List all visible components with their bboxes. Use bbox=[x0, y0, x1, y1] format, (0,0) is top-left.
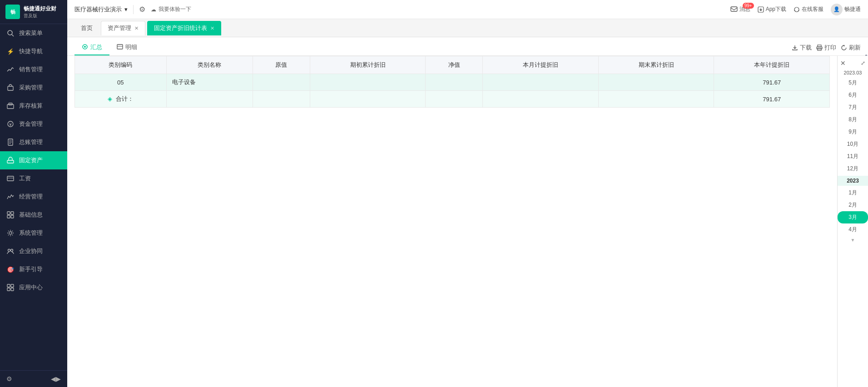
sidebar-item-salary[interactable]: 工资 bbox=[0, 169, 67, 188]
sidebar-item-basic-info[interactable]: 基础信息 bbox=[0, 206, 67, 224]
sidebar-item-system-label: 系统管理 bbox=[19, 229, 43, 237]
page-body: 汇总 明细 下载 打印 bbox=[67, 37, 868, 387]
messages-btn[interactable]: 消息 99+ bbox=[730, 5, 750, 13]
sidebar-item-ledger[interactable]: 总账管理 bbox=[0, 133, 67, 151]
logo-title: 畅捷通好业财 bbox=[24, 5, 56, 13]
collab-icon bbox=[6, 247, 15, 255]
date-panel-month-11[interactable]: 11月 bbox=[838, 150, 868, 163]
sidebar-item-purchase-label: 采购管理 bbox=[19, 84, 43, 92]
total-label: 合计： bbox=[116, 95, 134, 102]
sidebar-item-sales[interactable]: 销售管理 bbox=[0, 60, 67, 79]
svg-point-18 bbox=[9, 232, 12, 234]
sidebar-item-nav[interactable]: ⚡ 快捷导航 bbox=[0, 42, 67, 60]
subtab-summary-label: 汇总 bbox=[90, 43, 102, 51]
customer-service-btn[interactable]: 在线客服 bbox=[794, 5, 823, 13]
fixed-assets-icon bbox=[6, 156, 15, 164]
sidebar-item-ledger-label: 总账管理 bbox=[19, 138, 43, 146]
svg-point-20 bbox=[11, 249, 13, 252]
col-net: 净值 bbox=[426, 56, 483, 74]
refresh-btn[interactable]: 刷新 bbox=[841, 44, 861, 52]
subtab-summary[interactable]: 汇总 bbox=[74, 40, 109, 55]
date-panel-current-label: 2023.03 bbox=[844, 69, 862, 77]
sidebar-item-apps[interactable]: 应用中心 bbox=[0, 278, 67, 297]
sidebar-item-inventory-label: 库存核算 bbox=[19, 102, 43, 110]
sidebar-item-collab-label: 企业协同 bbox=[19, 247, 43, 255]
svg-text:¥: ¥ bbox=[9, 122, 12, 127]
sidebar-item-collab[interactable]: 企业协同 bbox=[0, 242, 67, 260]
tab-depreciation-close-icon[interactable]: ✕ bbox=[210, 25, 214, 31]
col-initial-accum: 期初累计折旧 bbox=[310, 56, 426, 74]
ops-icon bbox=[6, 193, 15, 201]
sidebar-logo: 畅 畅捷通好业财 普及版 bbox=[0, 0, 67, 24]
collapse-icon[interactable]: ◀▶ bbox=[51, 375, 61, 382]
cell-initial-accum bbox=[310, 74, 426, 91]
svg-rect-23 bbox=[7, 288, 10, 291]
purchase-icon bbox=[6, 84, 15, 92]
guide-icon: 🎯 bbox=[6, 265, 15, 273]
topbar-settings-icon[interactable]: ⚙ bbox=[139, 5, 145, 14]
tab-home[interactable]: 首页 bbox=[74, 21, 99, 35]
sidebar-item-finance-label: 资金管理 bbox=[19, 120, 43, 128]
date-panel-month-10[interactable]: 10月 bbox=[838, 138, 868, 150]
sidebar-item-guide[interactable]: 🎯 新手引导 bbox=[0, 260, 67, 278]
company-selector[interactable]: 医疗器械行业演示 ▾ bbox=[74, 5, 128, 14]
sidebar-item-ops-label: 经营管理 bbox=[19, 193, 43, 201]
settings-icon[interactable]: ⚙ bbox=[6, 375, 12, 382]
summary-icon bbox=[82, 44, 88, 51]
date-panel-month-3-active[interactable]: 3月 bbox=[838, 211, 868, 223]
date-panel-month-8[interactable]: 8月 bbox=[838, 114, 868, 126]
date-panel-month-6[interactable]: 6月 bbox=[838, 89, 868, 101]
print-label: 打印 bbox=[824, 44, 836, 52]
customer-service-label: 在线客服 bbox=[802, 5, 823, 13]
subtab-detail[interactable]: 明细 bbox=[109, 40, 144, 55]
svg-point-0 bbox=[8, 30, 12, 35]
message-icon bbox=[730, 6, 738, 13]
download-btn[interactable]: 下载 bbox=[792, 44, 812, 52]
sidebar-item-purchase[interactable]: 采购管理 bbox=[0, 79, 67, 97]
sidebar-item-fixed-assets[interactable]: 固定资产 bbox=[0, 151, 67, 169]
svg-rect-12 bbox=[7, 176, 14, 181]
subtabs: 汇总 明细 bbox=[74, 40, 144, 55]
col-annual-depr: 本年计提折旧 bbox=[714, 56, 830, 74]
date-panel-month-1[interactable]: 1月 bbox=[838, 187, 868, 199]
ledger-icon bbox=[6, 138, 15, 146]
tab-asset-management-close-icon[interactable]: ✕ bbox=[134, 25, 139, 31]
sidebar-item-inventory[interactable]: 库存核算 bbox=[0, 97, 67, 115]
svg-rect-21 bbox=[7, 284, 10, 287]
tabbar: 首页 资产管理 ✕ 固定资产折旧统计表 ✕ bbox=[67, 19, 868, 37]
date-panel-expand-icon[interactable]: ⤢ bbox=[861, 60, 865, 66]
date-panel-month-9[interactable]: 9月 bbox=[838, 126, 868, 138]
table-row[interactable]: 05 电子设备 791.67 bbox=[75, 74, 830, 91]
tab-asset-management[interactable]: 资产管理 ✕ bbox=[101, 21, 145, 35]
cell-monthly-depr bbox=[483, 74, 599, 91]
sidebar-item-search-label: 搜索菜单 bbox=[19, 29, 43, 37]
user-profile-btn[interactable]: 👤 畅捷通 bbox=[831, 4, 861, 15]
logo-icon: 畅 bbox=[5, 5, 20, 19]
sidebar-item-apps-label: 应用中心 bbox=[19, 283, 43, 292]
date-panel-month-12[interactable]: 12月 bbox=[838, 163, 868, 175]
print-btn[interactable]: 打印 bbox=[816, 44, 836, 52]
col-period-end-accum: 期末累计折旧 bbox=[598, 56, 714, 74]
apps-icon bbox=[6, 283, 15, 292]
sales-icon bbox=[6, 65, 15, 74]
sidebar-item-finance[interactable]: ¥ 资金管理 bbox=[0, 115, 67, 133]
download-icon bbox=[792, 45, 798, 51]
experience-btn[interactable]: ☁ 我要体验一下 bbox=[151, 5, 191, 13]
app-download-label: App下载 bbox=[766, 5, 786, 13]
date-panel-close-icon[interactable]: ✕ bbox=[840, 60, 846, 67]
tab-depreciation-report[interactable]: 固定资产折旧统计表 ✕ bbox=[147, 21, 221, 35]
date-panel-year-2023: 2023 bbox=[838, 176, 868, 186]
sidebar-nav: 搜索菜单 ⚡ 快捷导航 销售管理 采购管理 库存核算 ¥ bbox=[0, 24, 67, 370]
sidebar-item-search[interactable]: 搜索菜单 bbox=[0, 24, 67, 42]
sidebar-item-ops[interactable]: 经营管理 bbox=[0, 188, 67, 206]
col-name: 类别名称 bbox=[166, 56, 253, 74]
cell-code: 05 bbox=[75, 74, 167, 91]
sidebar-item-system[interactable]: 系统管理 bbox=[0, 224, 67, 242]
inventory-icon bbox=[6, 102, 15, 110]
app-download-btn[interactable]: App下载 bbox=[758, 5, 786, 13]
date-panel-month-5[interactable]: 5月 bbox=[838, 77, 868, 89]
col-code: 类别编码 bbox=[75, 56, 167, 74]
date-panel-month-2[interactable]: 2月 bbox=[838, 199, 868, 211]
date-panel-month-7[interactable]: 7月 bbox=[838, 101, 868, 114]
date-panel-month-4[interactable]: 4月 bbox=[838, 223, 868, 236]
